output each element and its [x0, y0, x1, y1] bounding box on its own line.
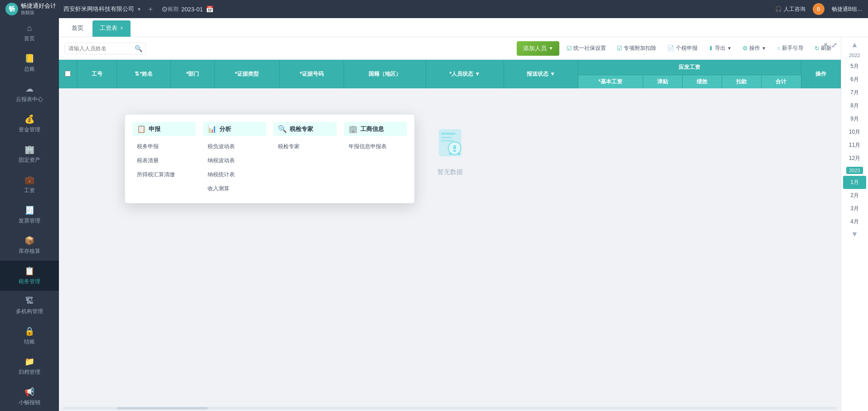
- sidebar-item-assets[interactable]: 🏢 固定资产: [0, 139, 59, 169]
- tab-salary-table[interactable]: 工资表 ×: [92, 20, 131, 37]
- calendar-up-nav[interactable]: ▲: [849, 39, 860, 51]
- sidebar: ⌂ 首页 📒 总账 ☁ 云报表中心 💰 资金管理 🏢 固定资产 💼 工资 🧾 发…: [0, 18, 59, 411]
- company-selector[interactable]: 西安虾米网络科技有限公司 ▼: [63, 5, 141, 13]
- declaration-section-icon: 📋: [137, 125, 146, 133]
- cal-month-2023-4[interactable]: 4月: [841, 215, 868, 228]
- new-guide-button[interactable]: ○ 新手引导: [773, 42, 807, 54]
- social-insurance-button[interactable]: ☑ 统一社保设置: [563, 42, 610, 54]
- right-calendar: ▲ 2022 5月 6月 7月 8月 9月 10月 11月 12月 2023 1…: [841, 37, 868, 411]
- sidebar-item-salary[interactable]: 💼 工资: [0, 169, 59, 200]
- calendar-icon[interactable]: 📅: [206, 5, 213, 13]
- bottom-scrollbar[interactable]: [59, 406, 841, 411]
- operations-button[interactable]: ⚙ 操作 ▼: [739, 42, 770, 54]
- cal-month-2022-9[interactable]: 9月: [841, 112, 868, 126]
- table-container[interactable]: 工号 ⇅*姓名 *部门 *证据类型 *证据号码 国籍（地区）: [59, 60, 841, 406]
- export-button[interactable]: ⬇ 导出 ▼: [705, 42, 735, 54]
- filter-icon-status[interactable]: ▼: [475, 71, 480, 77]
- period-label: 账期: [168, 5, 179, 13]
- sidebar-item-cloud[interactable]: ☁ 云报表中心: [0, 78, 59, 109]
- cal-month-2022-8[interactable]: 8月: [841, 99, 868, 112]
- cal-month-2022-12[interactable]: 12月: [841, 152, 868, 165]
- sidebar-item-label-home: 首页: [24, 35, 35, 43]
- settings-button[interactable]: ⚙: [161, 5, 168, 14]
- window-controls: × ⤢: [824, 41, 837, 49]
- th-cert-no: *证据号码: [279, 60, 344, 88]
- menu-item-tax-stats[interactable]: 纳税统计表: [203, 168, 267, 182]
- refresh-icon: ↻: [815, 45, 820, 52]
- main-layout: ⌂ 首页 📒 总账 ☁ 云报表中心 💰 资金管理 🏢 固定资产 💼 工资 🧾 发…: [0, 18, 868, 411]
- multi-icon: 🏗: [25, 296, 34, 306]
- th-ops: 操作: [801, 60, 840, 88]
- user-name[interactable]: 畅捷通B组…: [832, 5, 863, 13]
- special-deduction-label: 专项附加扣除: [624, 44, 656, 52]
- sidebar-item-home[interactable]: ⌂ 首页: [0, 18, 59, 48]
- export-label: 导出: [715, 44, 726, 52]
- salary-table: 工号 ⇅*姓名 *部门 *证据类型 *证据号码 国籍（地区）: [59, 60, 841, 88]
- sidebar-item-inventory[interactable]: 📦 库存核算: [0, 230, 59, 261]
- sidebar-item-close[interactable]: 🔒 结账: [0, 321, 59, 351]
- tax-report-label: 个税申报: [676, 44, 698, 52]
- menu-item-tax-table[interactable]: 税表清册: [132, 154, 196, 168]
- sidebar-item-funds[interactable]: 💰 资金管理: [0, 109, 59, 139]
- special-deduction-button[interactable]: ☑ 专项附加扣除: [613, 42, 660, 54]
- sidebar-item-ledger[interactable]: 📒 总账: [0, 48, 59, 78]
- calendar-down-nav[interactable]: ▼: [849, 228, 860, 240]
- close-window-button[interactable]: ×: [824, 41, 828, 49]
- special-deduction-icon: ☑: [617, 45, 622, 52]
- tax-expert-section-icon: 🔍: [278, 125, 287, 133]
- logo-area: 畅 畅捷通好会计 旗舰版: [5, 2, 60, 16]
- tab-close-icon[interactable]: ×: [120, 25, 123, 31]
- dropdown-section-title-analysis: 📊 分析: [203, 122, 267, 136]
- cal-month-2023-1[interactable]: 1月: [843, 176, 866, 189]
- tab-home[interactable]: 首页: [64, 20, 91, 37]
- cal-month-2023-2[interactable]: 2月: [841, 189, 868, 202]
- svg-rect-6: [453, 150, 456, 152]
- menu-item-tax-expert[interactable]: 税检专家: [273, 140, 337, 154]
- sort-icon-name[interactable]: ⇅: [135, 71, 139, 77]
- sidebar-item-invoice[interactable]: 🧾 发票管理: [0, 200, 59, 230]
- cal-month-2022-10[interactable]: 10月: [841, 126, 868, 139]
- app-title: 畅捷通好会计: [21, 2, 56, 10]
- th-checkbox[interactable]: [59, 60, 77, 88]
- human-service-button[interactable]: 🎧 人工咨询: [775, 5, 805, 13]
- sidebar-item-tax[interactable]: 📋 税务管理: [0, 261, 59, 291]
- business-info-section-icon: 🏢: [349, 125, 358, 133]
- tax-expert-section-label: 税检专家: [290, 125, 313, 133]
- dropdown-section-tax-expert: 🔍 税检专家 税检专家: [273, 122, 337, 196]
- scrollbar-thumb[interactable]: [117, 407, 208, 410]
- add-button[interactable]: ＋: [147, 5, 154, 14]
- filter-icon-report[interactable]: ▼: [550, 71, 555, 77]
- dropdown-section-title-tax-expert: 🔍 税检专家: [273, 122, 337, 136]
- cal-month-2022-7[interactable]: 7月: [841, 86, 868, 99]
- menu-item-tax-burden[interactable]: 税负波动表: [203, 140, 267, 154]
- declaration-section-label: 申报: [149, 125, 160, 133]
- search-icon[interactable]: 🔍: [135, 45, 142, 52]
- sidebar-item-archive[interactable]: 📁 归档管理: [0, 351, 59, 382]
- expand-window-button[interactable]: ⤢: [831, 41, 837, 49]
- sidebar-item-label-archive: 归档管理: [19, 368, 40, 376]
- menu-item-tax-declare[interactable]: 税务申报: [132, 140, 196, 154]
- select-all-checkbox[interactable]: [65, 71, 71, 77]
- menu-item-annual-report[interactable]: 年报信息申报表: [344, 140, 407, 154]
- export-icon: ⬇: [708, 45, 713, 52]
- cal-month-2023-3[interactable]: 3月: [841, 202, 868, 215]
- th-domicile: 国籍（地区）: [344, 60, 426, 88]
- cal-month-2022-11[interactable]: 11月: [841, 139, 868, 152]
- tabs-bar: 首页 工资表 ×: [59, 18, 868, 37]
- headset-icon: 🎧: [775, 6, 782, 12]
- cal-month-2022-6[interactable]: 6月: [841, 73, 868, 86]
- tax-report-button[interactable]: 📄 个税申报: [664, 42, 701, 54]
- th-deduction: 扣款: [722, 75, 761, 89]
- menu-item-income-tax-calc[interactable]: 所得税汇算清缴: [132, 168, 196, 182]
- add-person-button[interactable]: 添加人员 ▼: [517, 41, 559, 56]
- svg-rect-5: [453, 145, 456, 149]
- sidebar-item-multi[interactable]: 🏗 多机构管理: [0, 291, 59, 321]
- search-input[interactable]: [68, 45, 132, 52]
- sidebar-item-xiaochang[interactable]: 📢 小畅报销: [0, 382, 59, 411]
- content-area: 首页 工资表 × 🔍 添加人员 ▼: [59, 18, 868, 411]
- close-period-icon: 🔒: [24, 326, 34, 336]
- period-display: 账期 2023-01 📅: [168, 5, 213, 13]
- menu-item-tax-payment[interactable]: 纳税波动表: [203, 154, 267, 168]
- cal-month-2022-5[interactable]: 5月: [841, 60, 868, 73]
- menu-item-income-calc[interactable]: 收入测算: [203, 182, 267, 196]
